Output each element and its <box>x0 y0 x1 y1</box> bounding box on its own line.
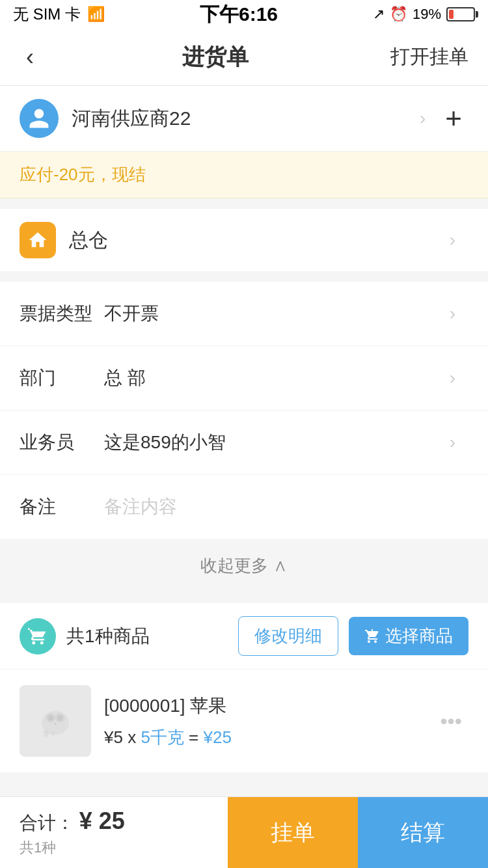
owl-logo: 督十 <box>36 701 75 740</box>
cart-plus-icon <box>364 629 380 644</box>
supplier-section: 河南供应商22 › + 应付-20元，现结 <box>0 86 488 198</box>
supplier-name: 河南供应商22 <box>72 105 420 132</box>
status-time: 下午6:16 <box>200 1 278 28</box>
remark-row[interactable]: 备注 备注内容 <box>0 475 488 539</box>
main-content: 河南供应商22 › + 应付-20元，现结 总仓 › 票据类型 不开票 › 部门… <box>0 86 488 850</box>
warehouse-section: 总仓 › <box>0 209 488 271</box>
page-title: 进货单 <box>182 42 249 72</box>
warehouse-chevron-icon: › <box>450 230 455 251</box>
add-supplier-button[interactable]: + <box>439 104 468 133</box>
select-product-button[interactable]: 选择商品 <box>349 617 468 655</box>
svg-point-4 <box>57 715 62 720</box>
select-product-label: 选择商品 <box>385 625 453 647</box>
remark-value[interactable]: 备注内容 <box>104 495 468 519</box>
product-quantity: 5千克 <box>141 727 183 747</box>
hang-order-button[interactable]: 挂单 <box>228 797 358 868</box>
supplier-chevron-icon: › <box>420 108 426 129</box>
products-header: 共1种商品 修改明细 选择商品 <box>0 603 488 670</box>
warehouse-name: 总仓 <box>69 227 450 254</box>
bottom-bar: 合计： ¥ 25 共1种 挂单 结算 <box>0 796 488 868</box>
department-chevron: › <box>450 368 455 388</box>
invoice-type-row[interactable]: 票据类型 不开票 › <box>0 282 488 346</box>
product-count-icon <box>20 618 56 655</box>
invoice-type-value: 不开票 <box>104 301 450 326</box>
person-icon <box>27 107 51 130</box>
department-label: 部门 <box>20 366 104 390</box>
remark-label: 备注 <box>20 495 104 519</box>
shopping-icon <box>28 627 47 646</box>
product-info: [0000001] 苹果 ¥5 x 5千克 = ¥25 <box>104 694 433 749</box>
total-label: 合计： <box>20 813 74 833</box>
warehouse-row[interactable]: 总仓 › <box>0 209 488 271</box>
total-section: 合计： ¥ 25 共1种 <box>0 797 228 868</box>
house-icon <box>27 230 48 251</box>
status-right: ↗ ⏰ 19% <box>373 6 475 23</box>
product-item: 督十 [0000001] 苹果 ¥5 x 5千克 = ¥25 ••• <box>0 670 488 772</box>
product-more-button[interactable]: ••• <box>433 703 468 740</box>
status-left: 无 SIM 卡 📶 <box>13 4 105 25</box>
supplier-avatar <box>20 99 59 138</box>
salesperson-row[interactable]: 业务员 这是859的小智 › <box>0 411 488 475</box>
total-amount: ¥ 25 <box>79 807 125 834</box>
form-section: 票据类型 不开票 › 部门 总 部 › 业务员 这是859的小智 › 备注 备注… <box>0 282 488 539</box>
checkout-button[interactable]: 结算 <box>358 797 488 868</box>
collapse-label: 收起更多 ∧ <box>200 554 287 577</box>
product-code: [0000001] <box>104 696 185 716</box>
department-row[interactable]: 部门 总 部 › <box>0 346 488 411</box>
product-price: ¥5 x 5千克 = ¥25 <box>104 726 433 749</box>
invoice-type-label: 票据类型 <box>20 301 104 326</box>
product-subtotal: ¥25 <box>204 727 232 747</box>
open-pending-button[interactable]: 打开挂单 <box>390 44 468 70</box>
total-row: 合计： ¥ 25 <box>20 807 208 835</box>
products-section: 共1种商品 修改明细 选择商品 督十 <box>0 603 488 772</box>
battery-fill <box>449 10 454 19</box>
battery-percent: 19% <box>413 6 441 23</box>
status-bar: 无 SIM 卡 📶 下午6:16 ↗ ⏰ 19% <box>0 0 488 29</box>
svg-text:督十: 督十 <box>43 730 56 737</box>
supplier-row[interactable]: 河南供应商22 › + <box>0 86 488 152</box>
modify-detail-button[interactable]: 修改明细 <box>238 616 338 656</box>
battery-icon <box>446 7 475 21</box>
product-name-text: 苹果 <box>190 696 226 716</box>
salesperson-value: 这是859的小智 <box>104 430 450 455</box>
svg-point-3 <box>48 715 53 720</box>
back-button[interactable]: ‹ <box>20 37 40 77</box>
supplier-alert: 应付-20元，现结 <box>0 152 488 198</box>
salesperson-label: 业务员 <box>20 430 104 455</box>
product-count-text: 共1种商品 <box>66 624 228 649</box>
multiply-sign: x <box>128 727 141 747</box>
alarm-icon: ⏰ <box>390 6 407 23</box>
wifi-icon: 📶 <box>87 6 105 23</box>
invoice-type-chevron: › <box>450 303 455 324</box>
total-count: 共1种 <box>20 838 208 858</box>
equals-sign: = <box>189 727 203 747</box>
product-thumbnail: 督十 <box>20 685 91 757</box>
department-value: 总 部 <box>104 366 450 390</box>
warehouse-icon <box>20 222 56 258</box>
carrier-text: 无 SIM 卡 <box>13 4 81 25</box>
location-icon: ↗ <box>373 6 385 23</box>
salesperson-chevron: › <box>450 432 455 453</box>
unit-price: ¥5 <box>104 727 123 747</box>
nav-bar: ‹ 进货单 打开挂单 <box>0 29 488 86</box>
product-name: [0000001] 苹果 <box>104 694 433 718</box>
collapse-row[interactable]: 收起更多 ∧ <box>0 539 488 593</box>
